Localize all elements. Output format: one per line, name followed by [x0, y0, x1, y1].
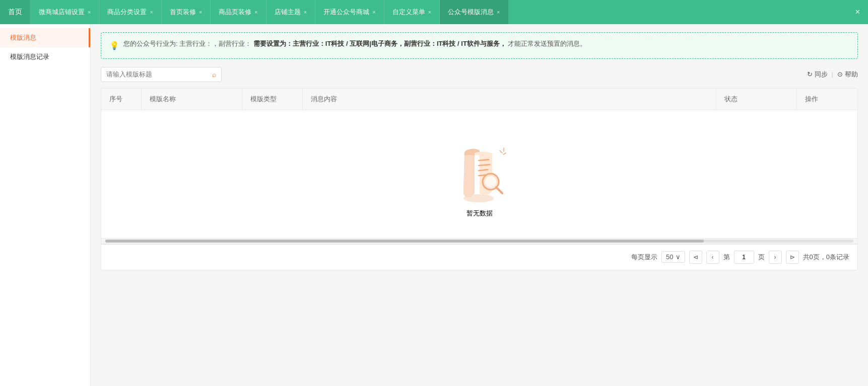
sync-label: 同步 [815, 70, 828, 79]
page-pre-label: 第 [723, 253, 730, 262]
nav-tab-open-mall[interactable]: 开通公众号商城 × [315, 0, 384, 24]
sync-icon: ↻ [807, 70, 813, 78]
page-size-value: 50 [666, 253, 673, 261]
product-decor-label: 商品页装修 [219, 8, 251, 17]
divider: | [832, 70, 833, 78]
notice-text: 您的公众号行业为: 主营行业：，副营行业： 需要设置为：主营行业：IT科技 / … [123, 39, 586, 49]
next-page-button[interactable]: › [769, 251, 782, 264]
sidebar-template-msg-records-label: 模版消息记录 [10, 53, 49, 60]
scrollbar-thumb [105, 240, 704, 243]
svg-line-7 [496, 187, 502, 193]
nav-tab-template-msg[interactable]: 公众号模版消息 × [440, 0, 508, 24]
open-mall-label: 开通公众号商城 [323, 8, 369, 17]
page-size-label: 每页显示 [631, 253, 657, 262]
category-settings-label: 商品分类设置 [107, 8, 147, 17]
nav-tab-home-decor[interactable]: 首页装修 × [162, 0, 211, 24]
th-type: 模版类型 [242, 89, 303, 110]
custom-menu-label: 自定义菜单 [392, 8, 425, 17]
nav-tab-product-decor[interactable]: 商品页装修 × [211, 0, 266, 24]
sync-button[interactable]: ↻ 同步 [807, 70, 828, 79]
table-header: 序号 模版名称 模版类型 消息内容 状态 操作 [101, 89, 857, 110]
table-container: 序号 模版名称 模版类型 消息内容 状态 操作 [101, 88, 858, 270]
pagination: 每页显示 50 ∨ ⊲ ‹ 第 页 › ⊳ 共0页，0条记录 [101, 244, 857, 270]
top-nav: 首页 微商城店铺设置 × 商品分类设置 × 首页装修 × 商品页装修 × 店铺主… [0, 0, 868, 24]
sidebar-template-msg-label: 模版消息 [10, 34, 36, 41]
horizontal-scrollbar[interactable] [101, 238, 857, 244]
page-size-chevron: ∨ [676, 253, 681, 261]
nav-tab-category-settings[interactable]: 商品分类设置 × [99, 0, 161, 24]
nav-tab-store-theme[interactable]: 店铺主题 × [266, 0, 315, 24]
search-button[interactable]: ⌕ [212, 70, 216, 79]
empty-illustration [449, 140, 510, 201]
close-home-decor-icon[interactable]: × [199, 9, 202, 15]
search-input-container: ⌕ [101, 67, 222, 82]
notice-box: 💡 您的公众号行业为: 主营行业：，副营行业： 需要设置为：主营行业：IT科技 … [101, 32, 858, 59]
search-actions: ↻ 同步 | ⊙ 帮助 [807, 70, 858, 79]
nav-tab-store-settings[interactable]: 微商城店铺设置 × [31, 0, 99, 24]
notice-highlight: 需要设置为：主营行业：IT科技 / 互联网|电子商务，副营行业：IT科技 / I… [253, 40, 506, 47]
th-status: 状态 [716, 89, 797, 110]
svg-line-8 [500, 150, 502, 153]
last-page-button[interactable]: ⊳ [786, 251, 799, 264]
search-input[interactable] [106, 70, 209, 78]
prev-page-button[interactable]: ‹ [706, 251, 719, 264]
main-content: 💡 您的公众号行业为: 主营行业：，副营行业： 需要设置为：主营行业：IT科技 … [91, 24, 868, 386]
empty-svg [449, 140, 510, 206]
home-decor-label: 首页装修 [170, 8, 196, 17]
page-post-label: 页 [758, 253, 765, 262]
notice-suffix: 才能正常发送预置的消息。 [508, 40, 586, 47]
layout: 模版消息 模版消息记录 💡 您的公众号行业为: 主营行业：，副营行业： 需要设置… [0, 24, 868, 386]
sidebar-item-template-msg[interactable]: 模版消息 [0, 28, 90, 47]
scrollbar-track [105, 240, 853, 243]
notice-icon: 💡 [109, 39, 119, 52]
store-settings-label: 微商城店铺设置 [39, 8, 85, 17]
notice-prefix: 您的公众号行业为: 主营行业：，副营行业： [123, 40, 251, 47]
help-icon: ⊙ [837, 70, 843, 78]
close-store-theme-icon[interactable]: × [304, 9, 307, 15]
search-bar: ⌕ ↻ 同步 | ⊙ 帮助 [101, 67, 858, 82]
home-label: 首页 [8, 8, 22, 17]
help-button[interactable]: ⊙ 帮助 [837, 70, 858, 79]
th-name: 模版名称 [142, 89, 242, 110]
help-label: 帮助 [845, 70, 858, 79]
svg-line-10 [503, 153, 506, 155]
template-msg-label: 公众号模版消息 [448, 8, 494, 17]
nav-tab-custom-menu[interactable]: 自定义菜单 × [384, 0, 440, 24]
th-seq: 序号 [101, 89, 142, 110]
close-custom-menu-icon[interactable]: × [428, 9, 431, 15]
empty-state: 暂无数据 [101, 110, 857, 238]
close-product-decor-icon[interactable]: × [254, 9, 257, 15]
page-number-input[interactable] [734, 251, 754, 264]
close-all-button[interactable]: × [847, 8, 868, 17]
page-size-select[interactable]: 50 ∨ [661, 251, 685, 263]
close-category-settings-icon[interactable]: × [150, 9, 153, 15]
first-page-button[interactable]: ⊲ [689, 251, 702, 264]
sidebar-item-template-msg-records[interactable]: 模版消息记录 [0, 47, 90, 66]
sidebar: 模版消息 模版消息记录 [0, 24, 91, 386]
empty-text: 暂无数据 [466, 209, 493, 218]
store-theme-label: 店铺主题 [275, 8, 301, 17]
nav-tab-home[interactable]: 首页 [0, 0, 31, 24]
svg-point-6 [485, 176, 496, 187]
th-action: 操作 [797, 89, 857, 110]
total-label: 共0页，0条记录 [803, 253, 849, 262]
close-store-settings-icon[interactable]: × [88, 9, 91, 15]
close-open-mall-icon[interactable]: × [372, 9, 375, 15]
th-content: 消息内容 [303, 89, 716, 110]
close-template-msg-icon[interactable]: × [497, 9, 500, 15]
